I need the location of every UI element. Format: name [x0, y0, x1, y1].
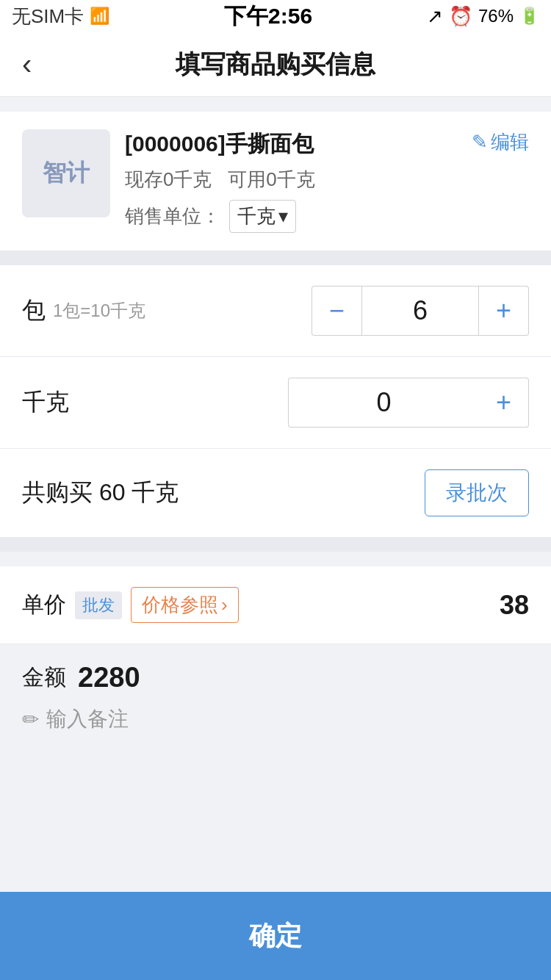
remark-row[interactable]: ✏ 输入备注	[22, 705, 529, 733]
unit-label: 销售单位：	[125, 203, 220, 229]
product-card: 智计 [0000006]手撕面包 现存0千克 可用0千克 销售单位： 千克 ▾ …	[0, 112, 551, 251]
price-section: 单价 批发 价格参照 › 38	[0, 566, 551, 644]
battery-text: 76%	[478, 6, 514, 26]
status-signal: 无SIM卡 📶	[12, 4, 109, 29]
bag-controls: − +	[311, 286, 529, 336]
kg-label: 千克	[22, 386, 69, 419]
section-separator-2	[0, 537, 551, 552]
unit-select[interactable]: 千克 ▾	[229, 200, 296, 233]
wifi-icon: 📶	[90, 7, 109, 26]
section-separator-1	[0, 251, 551, 265]
record-batch-button[interactable]: 录批次	[425, 469, 529, 516]
status-time: 下午2:56	[224, 1, 312, 32]
status-right: ↗ ⏰ 76% 🔋	[427, 5, 539, 28]
signal-text: 无SIM卡	[12, 4, 84, 29]
total-label: 共购买 60 千克	[22, 477, 179, 509]
kg-controls: +	[288, 378, 529, 428]
remark-icon: ✏	[22, 707, 39, 732]
alarm-icon: ⏰	[449, 5, 472, 28]
input-section: 包 1包=10千克 − + 千克 + 共购买 60 千克 录批次	[0, 265, 551, 537]
bag-sublabel: 1包=10千克	[53, 299, 311, 323]
back-button[interactable]: ‹	[22, 48, 66, 81]
price-ref-button[interactable]: 价格参照 ›	[131, 587, 239, 623]
product-image: 智计	[22, 129, 110, 217]
product-unit-row: 销售单位： 千克 ▾	[125, 200, 529, 233]
amount-row: 金额 2280	[22, 662, 529, 693]
page-title: 填写商品购买信息	[176, 48, 375, 82]
total-row: 共购买 60 千克 录批次	[0, 449, 551, 537]
nav-bar: ‹ 填写商品购买信息	[0, 32, 551, 97]
kg-value-input[interactable]	[288, 378, 479, 428]
bag-label: 包	[22, 295, 46, 327]
bag-plus-button[interactable]: +	[479, 286, 529, 336]
bag-value-input[interactable]	[361, 286, 479, 336]
ref-arrow-icon: ›	[221, 594, 228, 616]
edit-icon: ✎	[472, 131, 488, 154]
empty-space	[0, 745, 551, 892]
amount-label: 金额	[22, 663, 66, 693]
price-label: 单价	[22, 590, 66, 620]
kg-input-row: 千克 +	[0, 357, 551, 449]
amount-value: 2280	[78, 662, 140, 693]
price-value: 38	[500, 590, 529, 621]
bag-input-row: 包 1包=10千克 − +	[0, 265, 551, 357]
amount-section: 金额 2280 ✏ 输入备注	[0, 644, 551, 745]
remark-placeholder: 输入备注	[46, 705, 129, 733]
status-bar: 无SIM卡 📶 下午2:56 ↗ ⏰ 76% 🔋	[0, 0, 551, 32]
kg-plus-button[interactable]: +	[479, 378, 529, 428]
battery-icon: 🔋	[519, 7, 539, 26]
product-name: [0000006]手撕面包	[125, 129, 529, 159]
product-stock: 现存0千克 可用0千克	[125, 167, 529, 192]
product-info: [0000006]手撕面包 现存0千克 可用0千克 销售单位： 千克 ▾	[125, 129, 529, 233]
location-icon: ↗	[427, 5, 443, 28]
edit-button[interactable]: ✎ 编辑	[472, 129, 529, 155]
price-tag: 批发	[75, 591, 122, 619]
confirm-button[interactable]: 确定	[0, 892, 551, 980]
product-logo: 智计	[43, 157, 90, 190]
price-row: 单价 批发 价格参照 › 38	[0, 566, 551, 644]
bag-minus-button[interactable]: −	[311, 286, 361, 336]
